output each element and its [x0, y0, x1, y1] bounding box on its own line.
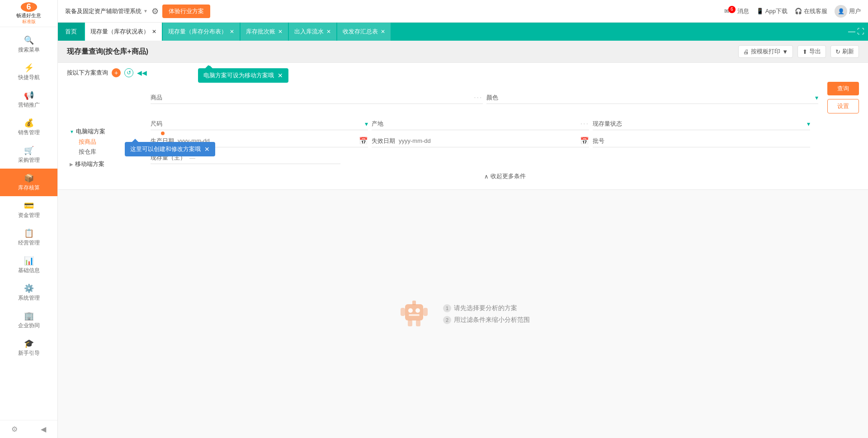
tooltip-top-close[interactable]: ✕ — [278, 72, 283, 79]
support-button[interactable]: 🎧 在线客服 — [795, 7, 827, 15]
app-download-button[interactable]: 📱 App下载 — [756, 7, 788, 15]
origin-more-icon[interactable]: ··· — [580, 120, 589, 128]
filter-field-origin[interactable]: 产地 ··· — [372, 118, 589, 130]
tab-close-inventory-status[interactable]: ✕ — [152, 28, 156, 35]
filter-refresh-button[interactable]: ↺ — [124, 68, 133, 77]
tabbar-expand-icon[interactable]: ⛶ — [857, 28, 864, 36]
refresh-button[interactable]: ↻ 刷新 — [830, 45, 859, 58]
tab-collect[interactable]: 收发存汇总表 ✕ — [337, 23, 391, 41]
print-icon: 🖨 — [743, 48, 749, 55]
sidebar-item-operation[interactable]: 📋 经营管理 — [0, 224, 57, 251]
tooltip-top-text: 电脑方案可设为移动方案哦 — [203, 71, 274, 80]
filter-area: 按以下方案查询 + ↺ ◀◀ 电脑方案可设为移动方案哦 ✕ 这里可以创建和修改方… — [58, 63, 868, 190]
guide-icon: 🎓 — [24, 339, 34, 349]
field-color-label: 颜色 — [486, 94, 498, 102]
export-icon: ⬆ — [802, 48, 807, 55]
svg-rect-0 — [405, 304, 423, 320]
tab-close-collect[interactable]: ✕ — [381, 28, 385, 35]
search-button[interactable]: 查询 — [827, 82, 859, 95]
filter-header: 按以下方案查询 + ↺ ◀◀ — [67, 68, 859, 77]
sidebar-item-basic[interactable]: 📊 基础信息 — [0, 251, 57, 279]
sidebar-label-enterprise: 企业协同 — [18, 322, 40, 330]
tab-label-batch: 库存批次账 — [246, 28, 275, 36]
dot-connector — [161, 132, 165, 135]
logo-name: 畅通好生意 标准版 — [16, 13, 41, 24]
tab-inventory-dist[interactable]: 现存量（库存分布表） ✕ — [163, 23, 240, 41]
tab-close-batch[interactable]: ✕ — [278, 28, 283, 35]
search-icon: 🔍 — [24, 35, 34, 45]
color-dropdown-icon[interactable]: ▾ — [815, 94, 818, 101]
sidebar-item-purchase[interactable]: 🛒 采购管理 — [0, 141, 57, 169]
sidebar-logo: 6 畅通好生意 标准版 — [0, 0, 57, 27]
scheme-pc-item[interactable]: ▼ 电脑端方案 — [67, 126, 139, 137]
sidebar-item-finance[interactable]: 💳 资金管理 — [0, 196, 57, 224]
user-button[interactable]: 👤 用户 — [835, 5, 861, 18]
tab-label-collect: 收发存汇总表 — [343, 28, 378, 36]
sidebar-item-quick[interactable]: ⚡ 快捷导航 — [0, 58, 57, 86]
message-badge: 6 — [728, 6, 736, 13]
sidebar-item-sales[interactable]: 💰 销售管理 — [0, 113, 57, 141]
sidebar-item-inventory[interactable]: 📦 库存核算 — [0, 169, 57, 196]
sales-icon: 💰 — [24, 118, 34, 128]
set-button[interactable]: 设置 — [827, 99, 859, 113]
filter-field-size[interactable]: 尺码 ▾ — [151, 118, 368, 130]
tooltip-bottom-close[interactable]: ✕ — [204, 146, 210, 153]
tab-label-inout: 出入库流水 — [294, 28, 324, 36]
topbar-gear-icon[interactable]: ⚙ — [151, 6, 159, 16]
svg-rect-4 — [412, 301, 416, 305]
field-size-label: 尺码 — [151, 120, 162, 128]
tab-batch[interactable]: 库存批次账 ✕ — [241, 23, 288, 41]
sidebar-bottom: ⚙ ◀ — [0, 420, 57, 438]
sidebar-item-enterprise[interactable]: 🏢 企业协同 — [0, 306, 57, 334]
step-2-circle: 2 — [443, 316, 451, 324]
system-selector[interactable]: 装备及固定资产辅助管理系统 ▼ — [65, 7, 148, 15]
sidebar-item-marketing[interactable]: 📢 营销推广 — [0, 86, 57, 113]
sidebar-item-search[interactable]: 🔍 搜索菜单 — [0, 31, 57, 58]
collapse-sidebar-icon[interactable]: ◀ — [41, 425, 46, 433]
tab-inventory-status[interactable]: 现存量（库存状况表） ✕ — [85, 23, 162, 41]
tab-close-inventory-dist[interactable]: ✕ — [230, 28, 234, 35]
topbar: 装备及固定资产辅助管理系统 ▼ ⚙ 体验行业方案 ✉ 6 消息 📱 App下载 … — [58, 0, 868, 23]
avatar: 👤 — [835, 5, 847, 18]
expire-date-input[interactable] — [399, 137, 580, 144]
svg-point-2 — [415, 308, 420, 313]
enterprise-icon: 🏢 — [24, 311, 34, 321]
filter-field-batch[interactable]: 批号 — [593, 135, 810, 147]
sidebar-label-sales: 销售管理 — [18, 129, 40, 137]
sidebar-item-system[interactable]: ⚙️ 系统管理 — [0, 279, 57, 306]
filter-back-icon[interactable]: ◀◀ — [137, 69, 147, 76]
scheme-mobile-item[interactable]: ▶ 移动端方案 — [67, 159, 139, 170]
sidebar-label-search: 搜索菜单 — [18, 46, 40, 54]
message-button[interactable]: ✉ 6 消息 — [724, 7, 749, 15]
filter-field-stock-status[interactable]: 现存量状态 ▾ — [593, 118, 810, 130]
sidebar-item-guide[interactable]: 🎓 新手引导 — [0, 334, 57, 362]
tabbar-minimize-icon[interactable]: — — [848, 28, 855, 36]
stock-status-dropdown-icon[interactable]: ▾ — [807, 120, 810, 127]
size-dropdown-icon[interactable]: ▾ — [365, 120, 368, 127]
tab-inout[interactable]: 出入库流水 ✕ — [289, 23, 336, 41]
filter-row-4: 现存量（主） — — [151, 152, 859, 164]
expire-date-calendar-icon[interactable]: 📅 — [580, 137, 589, 145]
settings-icon[interactable]: ⚙ — [11, 425, 18, 433]
filter-row-3: 生产日期 📅 失效日期 📅 批号 — [151, 135, 859, 147]
collapse-icon: ∧ — [484, 173, 489, 180]
trial-button[interactable]: 体验行业方案 — [162, 5, 210, 18]
empty-text: 1 请先选择要分析的方案 2 用过滤条件来缩小分析范围 — [443, 304, 530, 324]
produce-date-calendar-icon[interactable]: 📅 — [359, 137, 368, 145]
field-batch-label: 批号 — [593, 137, 604, 145]
export-button[interactable]: ⬆ 导出 — [797, 45, 826, 58]
collapse-filter-button[interactable]: ∧ 收起更多条件 — [151, 169, 859, 184]
goods-more-icon[interactable]: ··· — [474, 94, 482, 102]
filter-row-1: 商品 ··· 颜色 ▾ 查询 设置 — [151, 82, 859, 113]
message-label: 消息 — [737, 7, 749, 15]
tabbar-controls: — ⛶ — [844, 28, 868, 36]
print-button[interactable]: 🖨 按模板打印 ▼ — [738, 45, 793, 58]
tab-close-inout[interactable]: ✕ — [326, 28, 331, 35]
filter-field-goods[interactable]: 商品 ··· — [151, 92, 483, 104]
filter-field-expire-date[interactable]: 失效日期 📅 — [372, 135, 589, 147]
filter-field-color[interactable]: 颜色 ▾ — [486, 92, 819, 104]
filter-add-button[interactable]: + — [112, 68, 121, 77]
sidebar-label-finance: 资金管理 — [18, 212, 40, 219]
tab-home[interactable]: 首页 — [58, 23, 84, 41]
topbar-right: ✉ 6 消息 📱 App下载 🎧 在线客服 👤 用户 — [724, 5, 861, 18]
